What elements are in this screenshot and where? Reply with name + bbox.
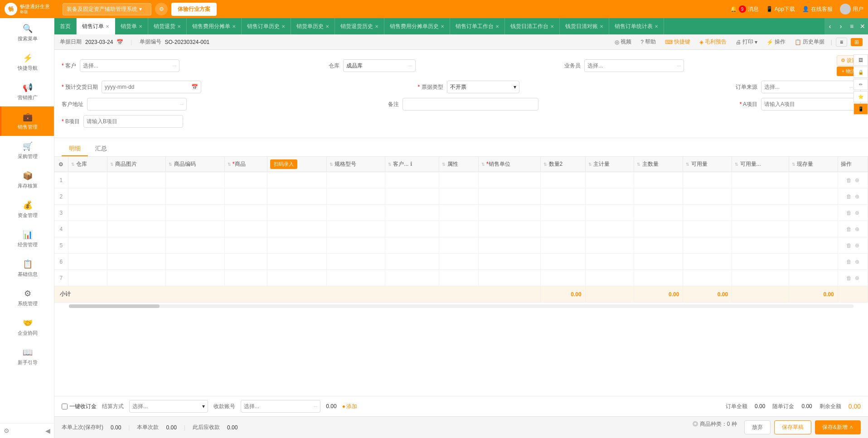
- cell-product-code[interactable]: [166, 254, 224, 270]
- cell-warehouse[interactable]: [68, 254, 107, 270]
- sidebar-item-0[interactable]: 🔍搜索菜单: [0, 18, 54, 48]
- cell-product-name[interactable]: [224, 205, 267, 221]
- cell-available2[interactable]: [732, 270, 789, 286]
- history-orders-button[interactable]: 📋 历史单据: [792, 37, 827, 47]
- sidebar-item-8[interactable]: 📋基础信息: [0, 254, 54, 283]
- horizontal-scrollbar[interactable]: [69, 304, 853, 308]
- customer-field[interactable]: ···: [80, 59, 179, 72]
- user-menu[interactable]: 用户: [840, 4, 863, 14]
- card-view-button[interactable]: ⊞: [851, 38, 863, 46]
- cell-product-code[interactable]: [166, 270, 224, 286]
- cell-product-name[interactable]: [224, 237, 267, 254]
- cell-sales-unit[interactable]: [478, 237, 541, 254]
- tab-close-button[interactable]: ✕: [857, 18, 868, 34]
- sidebar-item-9[interactable]: ⚙系统管理: [0, 283, 54, 313]
- cell-customer-attr[interactable]: [385, 237, 439, 254]
- cell-available[interactable]: [683, 172, 732, 188]
- discard-button[interactable]: 放弃: [744, 420, 771, 434]
- sidebar-item-5[interactable]: 📦库存核算: [0, 165, 54, 195]
- a-project-input[interactable]: [764, 101, 858, 107]
- tab-7[interactable]: 销货退货历史✕: [335, 18, 384, 34]
- cell-current[interactable]: [789, 205, 838, 221]
- settings-icon[interactable]: ⚙: [155, 3, 168, 15]
- cell-qty2[interactable]: [541, 270, 585, 286]
- cell-main-unit[interactable]: [585, 237, 634, 254]
- delete-icon[interactable]: 🗑: [846, 226, 852, 232]
- cell-main-unit[interactable]: [585, 172, 634, 188]
- cell-available2[interactable]: [732, 254, 789, 270]
- tab-2[interactable]: 销货单✕: [115, 18, 148, 34]
- sidebar-item-2[interactable]: 📢营销推广: [0, 77, 54, 106]
- cell-available[interactable]: [683, 270, 732, 286]
- cell-spec[interactable]: [326, 237, 385, 254]
- cell-attribute[interactable]: [439, 254, 478, 270]
- warehouse-dots-icon[interactable]: ···: [408, 63, 412, 68]
- cell-attribute[interactable]: [439, 172, 478, 188]
- cell-product-name[interactable]: [224, 172, 267, 188]
- delete-icon[interactable]: 🗑: [846, 259, 852, 265]
- payment-method-select[interactable]: ▾: [129, 400, 208, 413]
- tab-12[interactable]: 销售订单统计表✕: [609, 18, 664, 34]
- col-scan[interactable]: 扫码录入: [267, 157, 326, 172]
- cell-customer-attr[interactable]: [385, 172, 439, 188]
- tab-4[interactable]: 销售费用分摊单✕: [187, 18, 242, 34]
- cell-product-code[interactable]: [166, 172, 224, 188]
- cell-warehouse[interactable]: [68, 205, 107, 221]
- cell-main-qty[interactable]: [634, 237, 683, 254]
- grid-view-button[interactable]: ≡: [836, 38, 847, 47]
- tab-prev-button[interactable]: ‹: [824, 18, 835, 34]
- cell-main-qty[interactable]: [634, 221, 683, 237]
- cell-qty2[interactable]: [541, 237, 585, 254]
- cell-main-unit[interactable]: [585, 270, 634, 286]
- b-project-input[interactable]: [87, 118, 180, 125]
- cell-product-code[interactable]: [166, 221, 224, 237]
- salesperson-input[interactable]: [587, 63, 675, 69]
- tab-3[interactable]: 销货退货✕: [148, 18, 187, 34]
- cell-attribute[interactable]: [439, 221, 478, 237]
- warehouse-field[interactable]: 成品库 ···: [343, 59, 416, 72]
- cell-product-image[interactable]: [107, 188, 165, 205]
- cell-current[interactable]: [789, 172, 838, 188]
- settings-bottom-icon[interactable]: ⚙: [4, 427, 10, 434]
- cell-sales-unit[interactable]: [478, 221, 541, 237]
- delivery-date-field[interactable]: 📅: [102, 81, 201, 93]
- cell-customer-attr[interactable]: [385, 270, 439, 286]
- cell-spec[interactable]: [326, 254, 385, 270]
- cell-product-code[interactable]: [166, 188, 224, 205]
- sidebar-item-6[interactable]: 💰资金管理: [0, 195, 54, 224]
- cell-current[interactable]: [789, 270, 838, 286]
- cell-main-unit[interactable]: [585, 221, 634, 237]
- cell-spec[interactable]: [326, 205, 385, 221]
- delivery-date-input[interactable]: [105, 84, 189, 90]
- cell-product-image[interactable]: [107, 221, 165, 237]
- cell-main-unit[interactable]: [585, 205, 634, 221]
- salesperson-dots-icon[interactable]: ···: [677, 63, 681, 68]
- cell-main-qty[interactable]: [634, 270, 683, 286]
- note-field[interactable]: [402, 98, 538, 111]
- cell-sales-unit[interactable]: [478, 205, 541, 221]
- cell-qty2[interactable]: [541, 254, 585, 270]
- system-selector[interactable]: 装备及固定资产辅助管理系统 ▾: [63, 3, 151, 15]
- cell-available[interactable]: [683, 237, 732, 254]
- cell-warehouse[interactable]: [68, 172, 107, 188]
- sidebar-item-1[interactable]: ⚡快捷导航: [0, 48, 54, 77]
- tab-10[interactable]: 钱货日清工作台✕: [505, 18, 560, 34]
- sidebar-item-10[interactable]: 🤝企业协同: [0, 313, 54, 342]
- payment-method-input[interactable]: [132, 403, 200, 409]
- bank-account-input[interactable]: [244, 403, 312, 409]
- a-project-field[interactable]: [761, 98, 861, 111]
- salesperson-field[interactable]: ···: [584, 59, 684, 72]
- one-click-payment-checkbox[interactable]: [62, 404, 68, 409]
- help-button[interactable]: ? 帮助: [638, 37, 659, 47]
- cell-sales-unit[interactable]: [478, 254, 541, 270]
- order-source-field[interactable]: ··· ▾: [761, 81, 861, 93]
- cell-current[interactable]: [789, 221, 838, 237]
- cell-attribute[interactable]: [439, 237, 478, 254]
- copy-icon[interactable]: ⊕: [855, 193, 859, 200]
- app-download-button[interactable]: 📱 App下载: [766, 5, 795, 13]
- right-panel-star-button[interactable]: ⭐: [853, 91, 868, 102]
- order-source-dots-icon[interactable]: ···: [849, 85, 853, 90]
- cell-customer-attr[interactable]: [385, 188, 439, 205]
- cell-available[interactable]: [683, 221, 732, 237]
- tab-next-button[interactable]: ›: [835, 18, 846, 34]
